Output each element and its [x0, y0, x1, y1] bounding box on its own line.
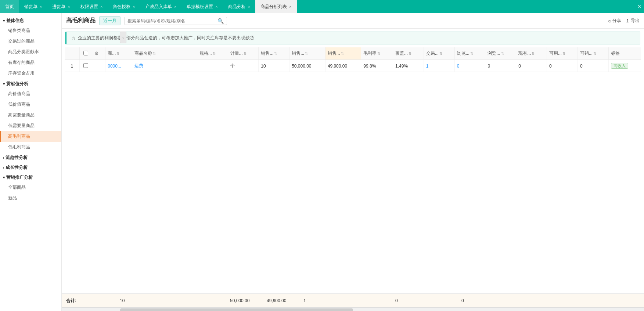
close-all-tabs[interactable]: ×	[638, 3, 641, 10]
cell-transaction[interactable]: 1	[424, 60, 454, 72]
sidebar-collapse-btn[interactable]: ‹	[120, 32, 126, 43]
sidebar: ▾ 整体信息 销售类商品 交易过的商品 商品分类贡献率 有库存的商品 库存资金占…	[0, 13, 62, 311]
nav-close-warehouse[interactable]: ×	[174, 4, 176, 9]
gear-icon[interactable]: ⚙	[94, 51, 99, 56]
col-transaction[interactable]: 交易...⇅	[424, 47, 454, 60]
sidebar-item-low-value[interactable]: 低价值商品	[0, 99, 61, 110]
col-available2[interactable]: 可用...⇅	[547, 47, 578, 60]
sidebar-item-low-margin[interactable]: 低毛利商品	[0, 142, 61, 152]
nav-close-analysis-list[interactable]: ×	[289, 4, 291, 9]
nav-close-analysis[interactable]: ×	[248, 4, 250, 9]
nav-template-settings[interactable]: 单据模板设置 ×	[181, 0, 223, 13]
tag-high-income: 高收入	[611, 63, 628, 69]
export-icon: ↥	[626, 18, 629, 23]
col-browse1[interactable]: 浏览...⇅	[454, 47, 485, 60]
nav-home[interactable]: 首页	[0, 0, 19, 13]
footer-transaction: 1	[301, 298, 393, 303]
col-margin-rate[interactable]: 毛利率⇅	[361, 47, 393, 60]
arrow-overall: ▾	[3, 19, 5, 23]
nav-close-permission[interactable]: ×	[100, 4, 102, 9]
footer-sales-cost: 49,900.00	[265, 298, 301, 303]
nav-purchase[interactable]: 进货单 ×	[47, 0, 75, 13]
filter-recent-month-btn[interactable]: 近一月	[99, 16, 120, 25]
cell-checkbox[interactable]	[79, 60, 92, 72]
sidebar-section-growth[interactable]: › 成长性分析	[0, 162, 61, 172]
col-product-code[interactable]: 商...⇅	[105, 47, 132, 60]
share-btn[interactable]: ⎋ 分享	[608, 18, 621, 24]
sidebar-item-high-value[interactable]: 高价值商品	[0, 88, 61, 99]
sidebar-item-traded-product[interactable]: 交易过的商品	[0, 36, 61, 47]
nav-close-sales[interactable]: ×	[40, 4, 42, 9]
share-icon: ⎋	[608, 18, 611, 23]
col-checkbox[interactable]	[79, 47, 92, 60]
sidebar-item-high-margin[interactable]: 高毛利商品	[0, 131, 61, 142]
col-spec[interactable]: 规格...⇅	[197, 47, 228, 60]
nav-sales[interactable]: 销货单 ×	[19, 0, 47, 13]
sidebar-item-new-products[interactable]: 新品	[0, 193, 61, 203]
cell-unit: 个	[228, 60, 259, 72]
sort-icon-name: ⇅	[153, 51, 156, 55]
col-tag[interactable]: 标签	[608, 47, 641, 60]
col-product-name[interactable]: 商品名称⇅	[132, 47, 197, 60]
col-sales-amount[interactable]: 销售...⇅	[289, 47, 325, 60]
cell-index: 1	[65, 60, 79, 72]
cell-product-code[interactable]: 0000...	[105, 60, 132, 72]
table-row: 1 0000... 运费 个 10 50,000.00 49,900.00 99…	[65, 60, 641, 72]
sort-icon-code: ⇅	[116, 51, 119, 55]
nav-close-purchase[interactable]: ×	[68, 4, 70, 9]
cell-browse2: 0	[485, 60, 516, 72]
select-all-checkbox[interactable]	[83, 51, 88, 55]
cell-spec	[197, 60, 228, 72]
cell-product-name[interactable]: 运费	[132, 60, 197, 72]
cell-sales-qty: 10	[259, 60, 289, 72]
tip-bar: ☆ 企业的主要的利润都是这部分商品创造的，可考虑加大推广，同时关注库存是不要出现…	[65, 32, 640, 44]
sidebar-item-in-stock[interactable]: 有库存的商品	[0, 57, 61, 68]
col-sales-cost[interactable]: 销售...⇅	[325, 47, 361, 60]
sidebar-section-marketing[interactable]: ▾ 营销推广分析	[0, 172, 61, 182]
search-input[interactable]	[127, 18, 217, 23]
sidebar-item-sales-product[interactable]: 销售类商品	[0, 25, 61, 36]
row-checkbox[interactable]	[83, 63, 88, 68]
sidebar-section-wealth[interactable]: ▾ 贡献值分析	[0, 79, 61, 88]
col-unit[interactable]: 计量...⇅	[228, 47, 259, 60]
sort-icon-browse1: ⇅	[470, 51, 473, 55]
cell-browse1[interactable]: 0	[454, 60, 485, 72]
col-sales-qty[interactable]: 销售...⇅	[259, 47, 289, 60]
search-icon[interactable]: 🔍	[217, 18, 224, 24]
sidebar-item-low-demand[interactable]: 低需要量商品	[0, 120, 61, 131]
arrow-marketing: ▾	[3, 176, 5, 180]
table-container[interactable]: ⚙ 商...⇅ 商品名称⇅ 规格...⇅ 计量...⇅ 销售...⇅ 销售...…	[62, 47, 644, 293]
sort-icon-sales-amount: ⇅	[305, 51, 308, 55]
sidebar-item-all-products[interactable]: 全部商品	[0, 182, 61, 193]
cell-sales-cost: 49,900.00	[325, 60, 361, 72]
page-title: 高毛利商品	[66, 17, 96, 25]
cell-coverage: 1.49%	[393, 60, 424, 72]
col-gear[interactable]: ⚙	[92, 47, 105, 60]
nav-close-template[interactable]: ×	[215, 4, 217, 9]
nav-product-analysis-list[interactable]: 商品分析列表 ×	[255, 0, 296, 13]
footer-label: 合计:	[66, 298, 110, 304]
bottom-scrollbar[interactable]	[62, 307, 644, 311]
arrow-trend: ›	[3, 156, 4, 160]
sidebar-section-trend[interactable]: › 流趋性分析	[0, 152, 61, 162]
sidebar-item-high-demand[interactable]: 高需要量商品	[0, 110, 61, 120]
nav-role-permission[interactable]: 角色授权 ×	[108, 0, 140, 13]
sidebar-section-overall[interactable]: ▾ 整体信息	[0, 15, 61, 25]
col-available1[interactable]: 现有...⇅	[516, 47, 547, 60]
col-sellable[interactable]: 可销...⇅	[578, 47, 608, 60]
nav-permission-settings[interactable]: 权限设置 ×	[75, 0, 108, 13]
nav-product-warehouse[interactable]: 产成品入库单 ×	[140, 0, 181, 13]
col-coverage[interactable]: 覆盖...⇅	[393, 47, 424, 60]
scrollbar-thumb[interactable]	[120, 308, 353, 311]
table-header-row: ⚙ 商...⇅ 商品名称⇅ 规格...⇅ 计量...⇅ 销售...⇅ 销售...…	[65, 47, 641, 60]
arrow-growth: ›	[3, 166, 4, 170]
header-actions: ⎋ 分享 ↥ 导出	[608, 18, 640, 24]
col-browse2[interactable]: 浏览...⇅	[485, 47, 516, 60]
nav-close-role[interactable]: ×	[133, 4, 135, 9]
sidebar-item-product-contribution[interactable]: 商品分类贡献率	[0, 47, 61, 57]
cell-margin-rate: 99.8%	[361, 60, 393, 72]
sidebar-item-capital-occupation[interactable]: 库存资金占用	[0, 68, 61, 79]
nav-product-analysis[interactable]: 商品分析 ×	[223, 0, 255, 13]
export-btn[interactable]: ↥ 导出	[626, 18, 640, 24]
content-area: 高毛利商品 近一月 🔍 ⎋ 分享 ↥ 导出 ☆ 企业的主要的利润都是这部分商品创…	[62, 13, 644, 311]
